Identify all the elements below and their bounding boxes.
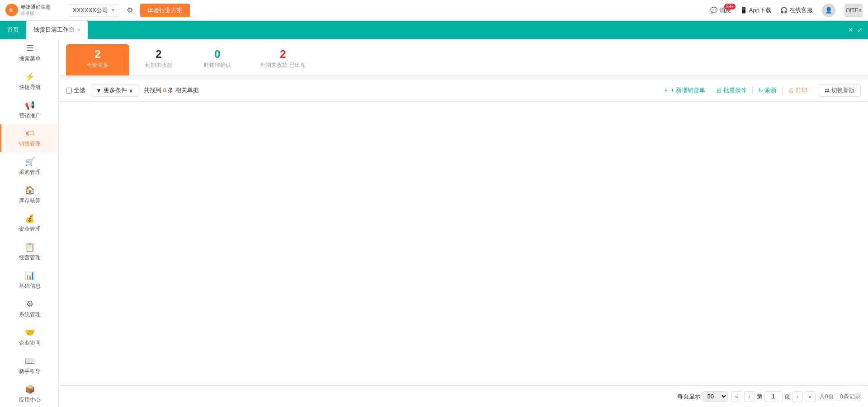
sidebar-item-inventory[interactable]: 🏠 库存核算 xyxy=(0,181,58,209)
settings-icon[interactable]: ⚙ xyxy=(123,4,137,17)
stats-tabs: 2 全部单据 2 到期未收款 0 旺铺待确认 2 到期未收款 已出库 xyxy=(59,39,868,76)
sidebar-item-basic-info[interactable]: 📊 基础信息 xyxy=(0,266,58,295)
last-page-button[interactable]: » xyxy=(805,391,816,402)
sidebar-item-finance[interactable]: 💰 资金管理 xyxy=(0,209,58,238)
operations-icon: 📋 xyxy=(25,242,35,252)
toolbar-divider-2 xyxy=(752,87,753,94)
found-unit: 条 xyxy=(168,87,174,94)
user-icon: 👤 xyxy=(825,7,832,14)
tab-close-icon[interactable]: × xyxy=(77,27,80,33)
message-icon: 💬 xyxy=(710,7,717,14)
sidebar-item-guide[interactable]: 📖 新手引导 xyxy=(0,351,58,380)
sidebar-item-marketing[interactable]: 📢 营销推广 xyxy=(0,96,58,124)
headset-icon: 🎧 xyxy=(780,7,788,14)
finance-icon: 💰 xyxy=(25,214,35,224)
stat-label-all: 全部单据 xyxy=(75,61,120,69)
sidebar-item-cooperation[interactable]: 🤝 企业协同 xyxy=(0,323,58,351)
sidebar-item-search-menu[interactable]: ☰ 搜索菜单 xyxy=(0,39,58,67)
app-center-label: 应用中心 xyxy=(19,396,41,404)
message-btn[interactable]: 💬 消息 99+ xyxy=(710,6,731,14)
finance-label: 资金管理 xyxy=(19,225,41,233)
first-page-button[interactable]: « xyxy=(731,391,742,402)
page-nav: « ‹ 第 页 › » xyxy=(731,391,816,402)
print-icon: 🖨 xyxy=(788,87,794,94)
marketing-label: 营销推广 xyxy=(19,112,41,120)
stat-num-pending: 0 xyxy=(197,48,238,61)
company-chevron-icon: ▼ xyxy=(111,8,115,13)
sidebar-item-quick-nav[interactable]: ⚡ 快捷导航 xyxy=(0,67,58,96)
avatar[interactable]: 👤 xyxy=(822,4,835,17)
main-layout: ☰ 搜索菜单 ⚡ 快捷导航 📢 营销推广 🏷 销售管理 🛒 采购管理 🏠 库存核… xyxy=(0,39,868,407)
tab-maximize-icon[interactable]: ⤢ xyxy=(857,26,863,33)
top-header: b 畅捷通好生意 标准版 XXXXXX公司 ▼ ⚙ 体验行业方案 💬 消息 99… xyxy=(0,0,868,21)
sidebar-item-sales[interactable]: 🏷 销售管理 xyxy=(0,124,58,152)
search-menu-label: 搜索菜单 xyxy=(19,55,41,63)
guide-label: 新手引导 xyxy=(19,368,41,375)
stat-label-pending: 旺铺待确认 xyxy=(197,61,238,69)
refresh-button[interactable]: ↻ 刷新 xyxy=(758,86,777,94)
tab-daily-work[interactable]: 钱货日清工作台 × xyxy=(26,21,88,39)
filter-label: 更多条件 xyxy=(104,86,127,94)
batch-operation-button[interactable]: ⊞ 批量操作 xyxy=(717,86,747,94)
stat-num-all: 2 xyxy=(75,48,120,61)
print-button[interactable]: 🖨 打印 xyxy=(788,86,807,94)
search-menu-icon: ☰ xyxy=(26,43,33,53)
tab-home[interactable]: 首页 xyxy=(0,21,26,39)
trial-button[interactable]: 体验行业方案 xyxy=(140,4,190,17)
stat-tab-all[interactable]: 2 全部单据 xyxy=(66,44,129,75)
tab-close-window-icon[interactable]: ✕ xyxy=(848,26,854,33)
found-count: 0 xyxy=(163,87,166,94)
app-download-icon: 📱 xyxy=(740,7,747,14)
stat-tab-overdue-shipped[interactable]: 2 到期未收款 已出库 xyxy=(247,44,319,75)
next-page-button[interactable]: › xyxy=(792,391,803,402)
prev-page-button[interactable]: ‹ xyxy=(744,391,755,402)
system-icon: ⚙ xyxy=(26,299,33,309)
switch-new-version-button[interactable]: ⇄ 切换新版 xyxy=(819,84,861,97)
toolbar-divider-3 xyxy=(782,87,783,94)
plus-icon: ＋ xyxy=(663,86,669,94)
purchase-label: 采购管理 xyxy=(19,168,41,176)
refresh-icon: ↻ xyxy=(758,87,763,94)
per-page-select[interactable]: 50 100 200 xyxy=(703,391,728,402)
select-all-checkbox[interactable]: 全选 xyxy=(66,86,85,94)
inventory-label: 库存核算 xyxy=(19,197,41,205)
svg-text:b: b xyxy=(9,7,13,13)
online-service-btn[interactable]: 🎧 在线客服 xyxy=(780,6,813,14)
print-label: 打印 xyxy=(796,86,807,94)
stat-num-overdue-shipped: 2 xyxy=(256,48,310,61)
new-btn-label: + 新增销货单 xyxy=(671,86,705,94)
stat-tab-overdue[interactable]: 2 到期未收款 xyxy=(129,44,188,75)
sidebar-item-app-center[interactable]: 📦 应用中心 xyxy=(0,380,58,407)
tab-bar: 首页 钱货日清工作台 × ✕ ⤢ xyxy=(0,21,868,39)
new-sales-order-button[interactable]: ＋ + 新增销货单 xyxy=(663,86,705,94)
filter-icon: ▼ xyxy=(96,87,102,94)
page-input[interactable] xyxy=(764,391,783,402)
select-all-label: 全选 xyxy=(74,86,85,94)
basic-info-label: 基础信息 xyxy=(19,282,41,290)
toolbar: 全选 ▼ 更多条件 ∨ 共找到 0 条 相关单据 ＋ + 新增销货单 xyxy=(59,80,868,102)
user-name-display[interactable]: OfTEn xyxy=(844,4,863,17)
company-name: XXXXXX公司 xyxy=(73,6,108,14)
purchase-icon: 🛒 xyxy=(25,157,35,167)
more-filter-button[interactable]: ▼ 更多条件 ∨ xyxy=(91,84,138,97)
sales-label: 销售管理 xyxy=(19,140,41,148)
sidebar-item-purchase[interactable]: 🛒 采购管理 xyxy=(0,152,58,181)
sidebar-item-operations[interactable]: 📋 经营管理 xyxy=(0,238,58,266)
select-all-input[interactable] xyxy=(66,88,72,94)
found-suffix: 相关单据 xyxy=(175,87,199,94)
sidebar: ☰ 搜索菜单 ⚡ 快捷导航 📢 营销推广 🏷 销售管理 🛒 采购管理 🏠 库存核… xyxy=(0,39,59,407)
company-selector[interactable]: XXXXXX公司 ▼ xyxy=(69,4,119,17)
online-service-label: 在线客服 xyxy=(789,6,813,14)
stat-tab-pending[interactable]: 0 旺铺待确认 xyxy=(188,44,247,75)
header-right: 💬 消息 99+ 📱 App下载 🎧 在线客服 👤 OfTEn xyxy=(710,4,863,17)
marketing-icon: 📢 xyxy=(25,100,35,110)
batch-icon: ⊞ xyxy=(717,87,722,94)
app-center-icon: 📦 xyxy=(25,384,35,394)
stat-num-overdue: 2 xyxy=(138,48,179,61)
sidebar-item-system[interactable]: ⚙ 系统管理 xyxy=(0,295,58,323)
per-page-label: 每页显示 xyxy=(677,393,701,401)
logo-icon: b xyxy=(5,4,18,16)
home-tab-label: 首页 xyxy=(7,26,19,34)
app-download-btn[interactable]: 📱 App下载 xyxy=(740,6,771,14)
logo-text-block: 畅捷通好生意 标准版 xyxy=(21,4,51,16)
